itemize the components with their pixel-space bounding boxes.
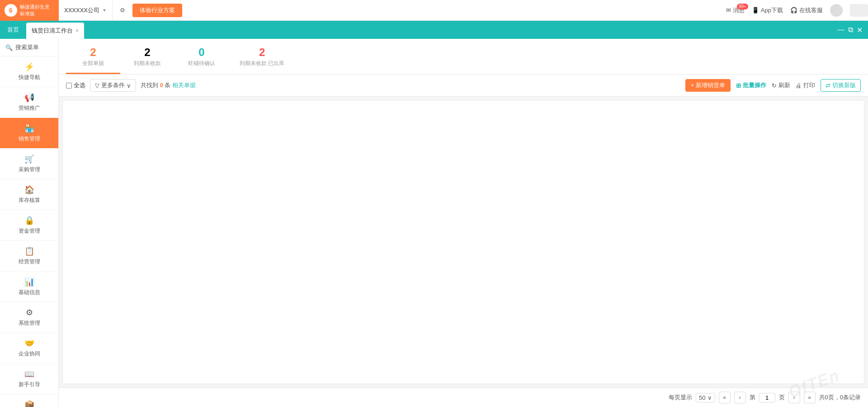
stat-label-overdue: 到期未收款	[134, 60, 161, 67]
page-unit: 页	[779, 393, 785, 402]
search-icon: 🔍	[5, 44, 13, 51]
sidebar-label-system: 系统管理	[19, 319, 40, 327]
sidebar-item-operations[interactable]: 📋 经营管理	[0, 241, 58, 271]
pagination: 每页显示 50 ∨ « ‹ 第 页 › » 共0页，0条记录	[59, 388, 868, 407]
print-btn[interactable]: 🖨 打印	[796, 81, 815, 89]
tab-minimize-btn[interactable]: —	[837, 26, 844, 34]
sidebar-icon-system: ⚙	[26, 308, 33, 318]
app-download-label: App下载	[761, 6, 783, 14]
sidebar-item-app-center[interactable]: 📦 应用中心	[0, 394, 58, 407]
batch-ops-btn[interactable]: ⊞ 批量操作	[736, 81, 766, 89]
select-all-input[interactable]	[66, 83, 72, 89]
filter-icon: ▽	[95, 82, 99, 89]
sidebar-icon-marketing: 📢	[24, 93, 34, 103]
found-count: 0	[160, 82, 163, 89]
online-service-button[interactable]: 🎧 在线客服	[790, 6, 823, 14]
prev-page-btn[interactable]: ‹	[734, 392, 746, 403]
add-sales-btn[interactable]: + 新增销货单	[685, 79, 731, 92]
stat-tab-overdue[interactable]: 2 到期未收款	[120, 42, 175, 74]
toolbar: 全选 ▽ 更多条件 ∨ 共找到 0 条 相关单据 + 新增销货单 ⊞	[59, 75, 868, 97]
app-icon: 📱	[752, 7, 759, 14]
related-documents-link[interactable]: 相关单据	[172, 82, 196, 89]
per-page-arrow: ∨	[708, 394, 712, 401]
chevron-down-icon: ∨	[127, 82, 131, 89]
sidebar-icon-basic-info: 📊	[24, 277, 34, 287]
logo-icon: 6	[5, 4, 17, 17]
stat-count-out: 2	[259, 46, 265, 59]
sidebar-item-sales[interactable]: 🏪 销售管理	[0, 118, 58, 149]
stat-tab-pending[interactable]: 0 旺铺待确认	[175, 42, 229, 74]
stat-count-pending: 0	[198, 46, 204, 59]
last-page-btn[interactable]: »	[804, 392, 816, 403]
avatar[interactable]	[830, 4, 843, 17]
stat-count-overdue: 2	[144, 46, 150, 59]
more-conditions-label: 更多条件	[101, 81, 125, 89]
sidebar-item-capital[interactable]: 🔒 资金管理	[0, 210, 58, 241]
sidebar-item-enterprise[interactable]: 🤝 企业协同	[0, 333, 58, 364]
sidebar-label-enterprise: 企业协同	[19, 350, 40, 358]
stat-tab-out[interactable]: 2 到期未收款 已出库	[229, 42, 295, 74]
switch-icon: ⇄	[826, 82, 830, 89]
switch-new-version-btn[interactable]: ⇄ 切换新版	[821, 79, 861, 92]
sidebar-item-guide[interactable]: 📖 新手引导	[0, 364, 58, 394]
batch-icon: ⊞	[736, 82, 741, 89]
sidebar-item-system[interactable]: ⚙ 系统管理	[0, 302, 58, 333]
sidebar-item-purchase[interactable]: 🛒 采购管理	[0, 149, 58, 179]
tab-restore-btn[interactable]: ⧉	[848, 26, 853, 34]
sidebar-icon-sales: 🏪	[24, 123, 34, 133]
header-right: ✉ 消息 99 📱 App下载 🎧 在线客服	[726, 4, 868, 17]
sidebar-label-capital: 资金管理	[19, 227, 40, 235]
table-area	[62, 100, 864, 384]
stats-bar: 2 全部单据 2 到期未收款 0 旺铺待确认 2 到期未收款 已出库	[59, 39, 868, 75]
sidebar-label-sales: 销售管理	[19, 135, 40, 143]
stat-label-pending: 旺铺待确认	[188, 60, 215, 67]
sidebar-label-purchase: 采购管理	[19, 166, 40, 173]
sidebar-item-basic-info[interactable]: 📊 基础信息	[0, 271, 58, 302]
sidebar-label-operations: 经营管理	[19, 258, 40, 266]
app-download-button[interactable]: 📱 App下载	[752, 6, 783, 14]
tab-active[interactable]: 钱货日清工作台 ×	[26, 23, 84, 39]
sidebar-item-marketing[interactable]: 📢 营销推广	[0, 87, 58, 118]
refresh-btn[interactable]: ↻ 刷新	[772, 81, 790, 89]
content-area: 2 全部单据 2 到期未收款 0 旺铺待确认 2 到期未收款 已出库 全选 ▽ …	[59, 39, 868, 407]
per-page-select[interactable]: 50 ∨	[696, 393, 715, 402]
tab-close-btn[interactable]: ✕	[857, 26, 863, 34]
service-icon: 🎧	[790, 7, 797, 14]
stat-label-all: 全部单据	[82, 60, 104, 67]
tab-close-icon[interactable]: ×	[75, 28, 79, 34]
tab-home[interactable]: 首页	[0, 21, 26, 39]
more-conditions-btn[interactable]: ▽ 更多条件 ∨	[90, 79, 136, 92]
message-button[interactable]: ✉ 消息 99	[726, 6, 745, 14]
first-page-btn[interactable]: «	[719, 392, 731, 403]
logo-area: 6 畅捷通好生意 标准版	[0, 0, 59, 21]
stat-label-out: 到期未收款 已出库	[240, 60, 284, 67]
toolbar-right: + 新增销货单 ⊞ 批量操作 ↻ 刷新 🖨 打印 ⇄ 切换新版	[685, 79, 861, 92]
logo-text: 畅捷通好生意 标准版	[20, 4, 50, 17]
sidebar-icon-inventory: 🏠	[24, 185, 34, 195]
tab-bar-right: — ⧉ ✕	[837, 26, 868, 34]
sidebar-icon-purchase: 🛒	[24, 154, 34, 164]
sidebar-label-inventory: 库存核算	[19, 196, 40, 204]
sidebar-icon-guide: 📖	[24, 369, 34, 379]
stat-tab-all[interactable]: 2 全部单据	[66, 42, 120, 74]
toolbar-left: 全选 ▽ 更多条件 ∨ 共找到 0 条 相关单据	[66, 79, 196, 92]
tab-bar: 首页 钱货日清工作台 × — ⧉ ✕	[0, 21, 868, 39]
trial-button[interactable]: 体验行业方案	[132, 4, 182, 17]
sidebar-item-quick-nav[interactable]: ⚡ 快捷导航	[0, 56, 58, 87]
online-service-label: 在线客服	[799, 6, 823, 14]
total-text: 共0页，0条记录	[819, 393, 861, 402]
next-page-btn[interactable]: ›	[788, 392, 800, 403]
sidebar-label-basic-info: 基础信息	[19, 289, 40, 296]
page-input[interactable]	[759, 393, 775, 402]
sidebar-icon-quick-nav: ⚡	[24, 62, 34, 72]
settings-button[interactable]: ⚙	[115, 3, 130, 18]
search-menu[interactable]: 🔍 搜索菜单	[0, 39, 58, 56]
sidebar-label-marketing: 营销推广	[19, 104, 40, 112]
select-all-label: 全选	[74, 81, 85, 89]
select-all-checkbox[interactable]: 全选	[66, 81, 85, 89]
sidebar-item-inventory[interactable]: 🏠 库存核算	[0, 179, 58, 210]
stat-count-all: 2	[90, 46, 96, 59]
avatar2[interactable]	[850, 4, 868, 17]
tab-home-label: 首页	[7, 26, 19, 34]
company-selector[interactable]: XXXXXX公司 ▼	[59, 0, 113, 21]
